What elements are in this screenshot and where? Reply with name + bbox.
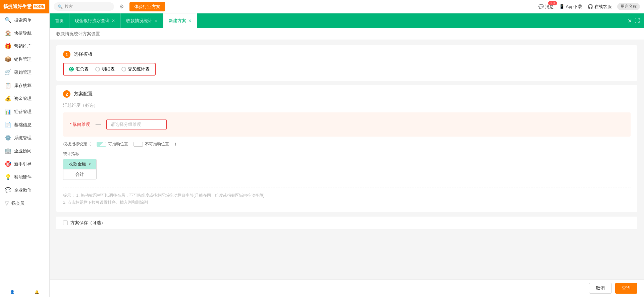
sidebar-icon-member: ▽ <box>5 200 9 206</box>
tabbar: 首页现金银行流水查询✕收款情况统计✕新建方案✕ ✕ ⛶ <box>50 13 644 28</box>
indicator-col-header[interactable]: 收款金额 ▾ <box>63 159 96 169</box>
sidebar-item-operation[interactable]: 📊经营管理 <box>0 105 49 118</box>
sidebar-item-sales[interactable]: 📦销售管理 <box>0 53 49 66</box>
indicator-legend: 模板指标设定（ 可拖动位置 不可拖动位置 ） <box>63 141 631 147</box>
page-breadcrumb: 收款情况统计方案设置 <box>50 28 644 40</box>
indicator-table-wrapper: 统计指标 收款金额 ▾ 合计 <box>63 151 631 181</box>
indicator-table: 收款金额 ▾ 合计 <box>63 159 97 180</box>
message-icon: 💬 <box>538 4 544 9</box>
sidebar-label-quick-nav: 快捷导航 <box>14 30 32 36</box>
main-area: 🔍 搜索 ⚙ 体验行业方案 💬 消息 99+ 📱 App下载 🎧 在线客服 用户… <box>50 0 644 297</box>
sidebar-icon-search-menu: 🔍 <box>5 17 11 23</box>
radio-detail[interactable]: 明细表 <box>95 66 115 72</box>
topbar-search-box[interactable]: 🔍 搜索 <box>54 2 114 11</box>
sidebar-item-basic[interactable]: 📄基础信息 <box>0 118 49 131</box>
search-icon: 🔍 <box>58 4 63 9</box>
dimension-select[interactable]: 请选择分组维度 <box>106 119 167 130</box>
app-download-item[interactable]: 📱 App下载 <box>559 4 582 10</box>
sidebar-item-enterprise[interactable]: 🏢企业协同 <box>0 144 49 157</box>
notification-badge: 99+ <box>548 1 557 5</box>
sidebar-item-finance[interactable]: 💰资金管理 <box>0 92 49 105</box>
sidebar-item-system[interactable]: ⚙️系统管理 <box>0 131 49 144</box>
sidebar-label-smart-hw: 智能硬件 <box>14 174 32 180</box>
content-area: 收款情况统计方案设置 1 选择模板 汇总表 明细表 <box>50 28 644 279</box>
tab-home[interactable]: 首页 <box>50 13 69 28</box>
sidebar-item-member[interactable]: ▽畅会员 <box>0 197 49 210</box>
template-radio-group: 汇总表 明细表 交叉统计表 <box>63 63 156 76</box>
topbar-right: 💬 消息 99+ 📱 App下载 🎧 在线客服 用户名称 <box>538 3 640 10</box>
save-checkbox[interactable] <box>63 220 68 225</box>
sidebar: 畅捷通好生意 标准版 🔍搜索菜单🏠快捷导航🎁营销推广📦销售管理🛒采购管理📋库存核… <box>0 0 50 297</box>
footer: 取消 查询 <box>50 279 644 297</box>
maximize-button[interactable]: ⛶ <box>635 18 640 24</box>
sidebar-bottom-icon2[interactable]: 🔔 <box>35 290 39 294</box>
settings-icon[interactable]: ⚙ <box>119 3 124 10</box>
sidebar-item-wechat[interactable]: 💬企业微信 <box>0 184 49 197</box>
radio-summary[interactable]: 汇总表 <box>69 66 89 72</box>
notification-item[interactable]: 💬 消息 99+ <box>538 4 554 10</box>
sidebar-label-operation: 经营管理 <box>14 109 32 115</box>
cancel-button[interactable]: 取消 <box>589 283 612 294</box>
chevron-down-icon: ▾ <box>89 162 91 166</box>
topbar: 🔍 搜索 ⚙ 体验行业方案 💬 消息 99+ 📱 App下载 🎧 在线客服 用户… <box>50 0 644 13</box>
sidebar-item-purchase[interactable]: 🛒采购管理 <box>0 66 49 79</box>
indicator-col-row: 合计 <box>63 169 96 180</box>
indicator-section-label: 模板指标设定（ <box>63 141 91 147</box>
sidebar-icon-inventory: 📋 <box>5 82 11 89</box>
tab-label-collection-stat: 收款情况统计 <box>126 18 152 24</box>
tab-actions: ✕ ⛶ <box>624 13 644 28</box>
sidebar-icon-operation: 📊 <box>5 108 11 115</box>
tab-collection-stat[interactable]: 收款情况统计✕ <box>121 13 163 28</box>
search-placeholder: 搜索 <box>65 4 73 9</box>
step1-num: 1 <box>63 51 70 58</box>
tips-section: 提示： 1. 拖动标题栏可以调整布局，不可跨维度或指标区域拖动栏目字段(只能在同… <box>63 188 631 205</box>
legend-close-paren: ） <box>174 141 178 147</box>
nodrag-label: 不可拖动位置 <box>145 141 169 147</box>
radio-label-cross: 交叉统计表 <box>128 66 150 72</box>
tip-2: 2. 点击标题栏下拉可设置排序、插入列和删除列 <box>63 200 631 205</box>
tab-label-new-plan: 新建方案 <box>169 18 186 24</box>
sidebar-item-newbie[interactable]: 🎯新手引导 <box>0 157 49 170</box>
legend-draggable: 可拖动位置 <box>97 141 128 147</box>
radio-cross[interactable]: 交叉统计表 <box>121 66 150 72</box>
query-button[interactable]: 查询 <box>615 283 637 294</box>
save-section: 方案保存（可选） <box>56 216 637 229</box>
step2-title: 方案配置 <box>74 91 93 97</box>
sidebar-label-wechat: 企业微信 <box>14 187 32 193</box>
sidebar-item-search-menu[interactable]: 🔍搜索菜单 <box>0 13 49 27</box>
sidebar-logo: 畅捷通好生意 标准版 <box>0 0 49 13</box>
tab-new-plan[interactable]: 新建方案✕ <box>163 13 197 28</box>
industry-button[interactable]: 体验行业方案 <box>129 2 165 11</box>
drag-label: 可拖动位置 <box>108 141 128 147</box>
sidebar-icon-basic: 📄 <box>5 121 11 128</box>
tab-bank-flow[interactable]: 现金银行流水查询✕ <box>69 13 121 28</box>
sidebar-label-system: 系统管理 <box>14 135 32 141</box>
sidebar-item-marketing[interactable]: 🎁营销推广 <box>0 40 49 53</box>
tab-close-new-plan[interactable]: ✕ <box>188 18 192 23</box>
page-body: 1 选择模板 汇总表 明细表 交叉统计表 <box>50 40 644 279</box>
radio-circle-summary <box>69 67 74 71</box>
user-name[interactable]: 用户名称 <box>617 3 640 10</box>
indicator-section: 模板指标设定（ 可拖动位置 不可拖动位置 ） 统计指标 <box>63 141 631 181</box>
tab-close-collection-stat[interactable]: ✕ <box>154 18 158 23</box>
sidebar-label-search-menu: 搜索菜单 <box>14 17 32 23</box>
tab-close-bank-flow[interactable]: ✕ <box>112 18 115 23</box>
sidebar-item-quick-nav[interactable]: 🏠快捷导航 <box>0 27 49 40</box>
dimension-area: 纵向维度 — 请选择分组维度 <box>63 112 631 137</box>
online-service-item[interactable]: 🎧 在线客服 <box>588 4 612 10</box>
step1-header: 1 选择模板 <box>63 51 631 58</box>
sidebar-item-inventory[interactable]: 📋库存核算 <box>0 79 49 92</box>
sidebar-icon-sales: 📦 <box>5 56 11 62</box>
sidebar-label-newbie: 新手引导 <box>14 161 32 167</box>
sidebar-label-purchase: 采购管理 <box>14 69 32 76</box>
sidebar-label-enterprise: 企业协同 <box>14 148 32 154</box>
nodrag-legend-box <box>133 142 143 147</box>
sidebar-icon-wechat: 💬 <box>5 187 11 193</box>
close-window-button[interactable]: ✕ <box>628 18 632 24</box>
sidebar-item-smart-hw[interactable]: 💡智能硬件 <box>0 170 49 184</box>
col-header-text: 收款金额 <box>69 161 86 167</box>
step2-header: 2 方案配置 <box>63 90 631 98</box>
tab-label-home: 首页 <box>55 18 64 24</box>
sidebar-label-basic: 基础信息 <box>14 122 32 128</box>
sidebar-bottom-icon1[interactable]: 👤 <box>10 290 15 294</box>
